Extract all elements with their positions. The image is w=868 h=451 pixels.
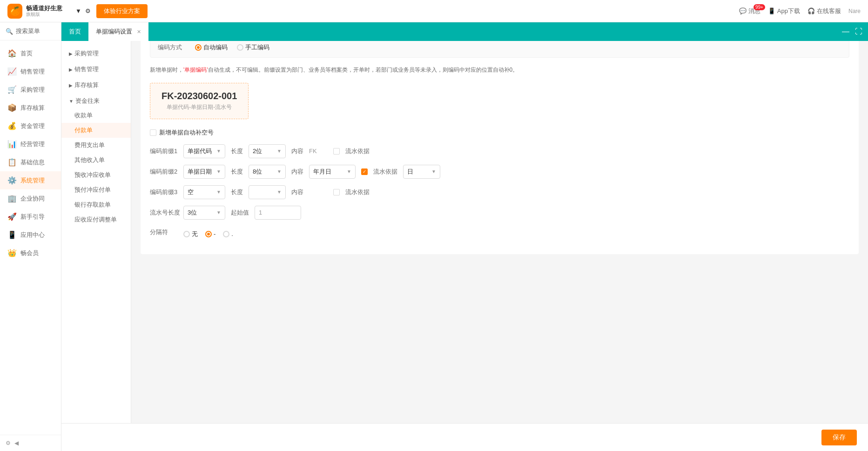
auto-encoding-radio[interactable]: 自动编码 [195,43,228,52]
header-right: 💬 消息 99+ 📱 App下载 🎧 在线客服 Nare [739,7,861,15]
sub-nav-item-payment[interactable]: 付款单 [61,123,131,138]
prefix3-row: 编码前缀3 空 ▼ 长度 ▼ 内容 流水依据 [150,185,849,199]
sub-nav-item-bank-deposit[interactable]: 银行存取款单 [61,197,131,212]
prefix1-select[interactable]: 单据代码 ▼ [183,144,225,158]
prefix1-length-arrow: ▼ [277,148,282,154]
prefix2-length-select[interactable]: 8位 ▼ [249,165,286,179]
serial-row: 流水号长度 3位 ▼ 起始值 [150,206,849,220]
sep-dot-radio[interactable]: . [223,230,233,237]
prefix2-content-value: 年月日 [313,168,331,176]
code-preview-value: FK-20230602-001 [161,91,237,101]
prefix3-length-label: 长度 [231,188,243,196]
prefix2-length-label: 长度 [231,168,243,176]
settings-card: 编码方式 自动编码 手工编码 新增单据时，'单据编码'自动生成，不可编辑。前缀设… [141,28,859,254]
sidebar-item-sales-label: 销售管理 [20,67,45,76]
messages-btn[interactable]: 💬 消息 99+ [739,7,760,15]
manual-encoding-label: 手工编码 [245,43,269,52]
tab-close-icon[interactable]: ✕ [137,29,141,35]
sidebar-item-home[interactable]: 🏠 首页 [0,44,61,62]
sep-none-radio[interactable]: 无 [183,230,198,238]
tab-maximize-icon[interactable]: ⛶ [855,27,862,36]
header-settings-icon[interactable]: ⚙ [85,7,91,14]
finance-icon: 💰 [7,121,17,130]
member-icon: 👑 [7,249,17,257]
sidebar-item-basic[interactable]: 📋 基础信息 [0,153,61,171]
prefix3-length-select[interactable]: ▼ [249,185,286,199]
prefix2-period-select[interactable]: 日 ▼ [403,165,440,179]
sidebar-item-purchase-label: 采购管理 [20,86,45,94]
prefix1-value: 单据代码 [188,147,212,155]
sidebar-item-apps[interactable]: 📱 应用中心 [0,226,61,244]
prefix3-select[interactable]: 空 ▼ [183,185,225,199]
sidebar-item-finance-label: 资金管理 [20,122,45,130]
header-dropdown-arrow[interactable]: ▼ [75,7,81,14]
sub-nav-header-inventory[interactable]: ▶ 库存核算 [61,78,131,92]
prefix1-length-label: 长度 [231,147,243,155]
download-btn[interactable]: 📱 App下载 [768,7,800,15]
tab-home[interactable]: 首页 [61,22,88,41]
sidebar-item-apps-label: 应用中心 [20,231,45,239]
prefix1-stream-checkbox[interactable] [333,148,340,155]
enterprise-icon: 🏢 [7,194,17,203]
sidebar-item-enterprise[interactable]: 🏢 企业协同 [0,189,61,208]
sub-nav-header-sales[interactable]: ▶ 销售管理 [61,62,131,76]
sub-nav-item-payable-adjust[interactable]: 应收应付调整单 [61,212,131,227]
sub-nav-header-finance[interactable]: ▼ 资金往来 [61,94,131,108]
trial-btn[interactable]: 体验行业方案 [96,4,148,18]
sidebar-search[interactable]: 🔍 搜索菜单 [0,22,61,40]
sub-nav-purchase-label: 采购管理 [74,49,99,58]
sidebar-item-member[interactable]: 👑 畅会员 [0,244,61,262]
sidebar-item-inventory[interactable]: 📦 库存核算 [0,99,61,117]
sub-nav-item-expense[interactable]: 费用支出单 [61,138,131,153]
sep-none-circle [183,231,190,237]
chevron-right-icon-3: ▶ [69,83,73,88]
sidebar-item-inventory-label: 库存核算 [20,104,45,112]
sidebar-item-operations[interactable]: 📊 经营管理 [0,135,61,153]
purchase-icon: 🛒 [7,85,17,94]
auto-radio-circle [195,44,202,51]
sep-dash-radio[interactable]: - [205,230,215,237]
sub-nav-item-other-income[interactable]: 其他收入单 [61,153,131,168]
prefix2-stream-checkbox[interactable]: ✓ [361,168,368,175]
serial-length-select[interactable]: 3位 ▼ [183,206,225,220]
service-btn[interactable]: 🎧 在线客服 [807,7,841,15]
prefix2-select[interactable]: 单据日期 ▼ [183,165,225,179]
sidebar-item-guide-label: 新手引导 [20,213,45,221]
sep-none-label: 无 [192,230,198,238]
sidebar-item-guide[interactable]: 🚀 新手引导 [0,208,61,226]
sidebar-item-basic-label: 基础信息 [20,158,45,167]
sidebar-item-system[interactable]: ⚙️ 系统管理 [0,171,61,189]
sidebar-item-finance[interactable]: 💰 资金管理 [0,117,61,135]
prefix3-length-arrow: ▼ [277,189,282,195]
operations-icon: 📊 [7,140,17,148]
sub-nav-item-receipt[interactable]: 收款单 [61,108,131,123]
prefix1-content-label: 内容 [291,147,303,155]
auto-fill-checkbox[interactable] [150,129,156,136]
sidebar-item-sales[interactable]: 📈 销售管理 [0,62,61,81]
sep-dash-label: - [214,230,215,237]
logo-area: 🍊 畅通道好生意 旗舰版 [7,4,62,19]
guide-icon: 🚀 [7,212,17,221]
sub-nav: ▶ 采购管理 ▶ 销售管理 ▶ 库存核算 ▼ 资金往来 收款单 付款单 费用支出… [61,41,131,410]
prefix2-content-select[interactable]: 年月日 ▼ [309,165,356,179]
sidebar-item-purchase[interactable]: 🛒 采购管理 [0,81,61,99]
prefix1-length-select[interactable]: 2位 ▼ [249,144,286,158]
manual-encoding-radio[interactable]: 手工编码 [237,43,269,52]
tab-minimize-icon[interactable]: — [842,27,849,36]
prefix3-label: 编码前缀3 [150,188,178,196]
prefix3-stream-checkbox[interactable] [333,189,340,195]
sub-nav-item-prepay-receivable[interactable]: 预收冲应收单 [61,168,131,182]
code-preview: FK-20230602-001 单据代码-单据日期-流水号 [150,83,249,119]
logo-text: 畅通道好生意 旗舰版 [26,5,62,18]
sidebar-item-system-label: 系统管理 [20,176,45,185]
sidebar-menu: 🏠 首页 📈 销售管理 🛒 采购管理 📦 库存核算 💰 资金管理 📊 经营管理 … [0,40,61,410]
sep-dash-circle [205,231,212,237]
prefix2-content-label: 内容 [291,168,303,176]
separator-label: 分隔符 [150,228,178,236]
main-content: 付款单编码设置 编码方式 自动编码 手工编码 新增单据时，'单据编码'自动生成，… [131,0,868,410]
sales-icon: 📈 [7,67,17,76]
sub-nav-item-prepay-payable[interactable]: 预付冲应付单 [61,182,131,197]
sub-nav-header-purchase[interactable]: ▶ 采购管理 [61,47,131,61]
serial-start-input[interactable] [255,206,301,220]
tab-encoding[interactable]: 单据编码设置 ✕ [88,22,148,41]
